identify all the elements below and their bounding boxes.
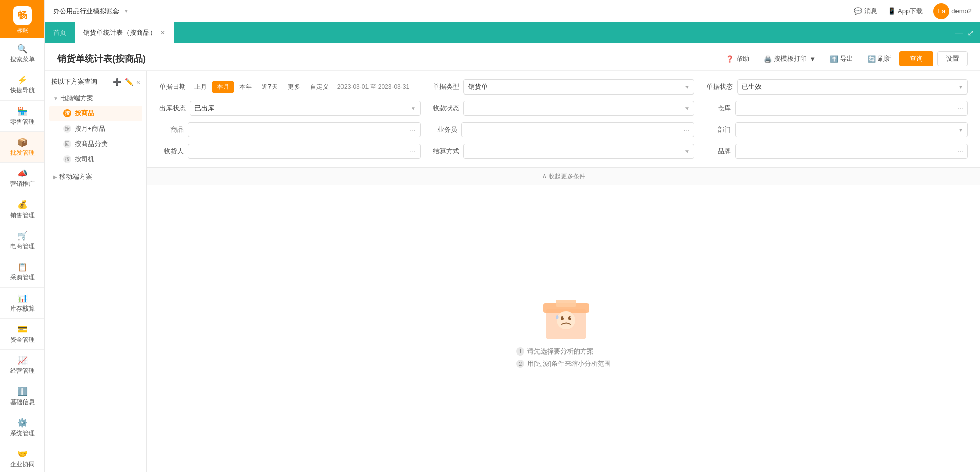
doc-type-control[interactable]: 销货单 ▼ (463, 79, 694, 95)
tip-num-2: 2 (516, 360, 524, 368)
collapse-row[interactable]: ∧ 收起更多条件 (147, 168, 980, 185)
filter-row-1: 单据日期 上月 本月 本年 近7天 更多 自定义 2023-03-01 至 20… (159, 79, 968, 95)
date-tab-last-month[interactable]: 上月 (190, 81, 211, 93)
sidebar-item-quicknav[interactable]: ⚡ 快捷导航 (0, 69, 44, 101)
filter-item-warehouse: 仓库 ··· (706, 101, 968, 116)
tree-parent-desktop[interactable]: ▼ 电脑端方案 (49, 90, 142, 106)
sidebar-item-finance[interactable]: 💳 资金管理 (0, 319, 44, 350)
sidebar-item-operation[interactable]: 📈 经营管理 (0, 350, 44, 381)
svg-rect-2 (556, 300, 576, 307)
doc-type-value: 销货单 (468, 82, 682, 91)
sidebar-item-label: 搜索菜单 (10, 55, 35, 64)
salesperson-dots-icon: ··· (683, 126, 690, 134)
receiver-dots-icon: ··· (410, 147, 416, 155)
out-status-control[interactable]: 已出库 ▼ (190, 101, 421, 116)
app-download-button[interactable]: 📱 App下载 (888, 7, 923, 16)
tree-child-label-3: 按商品分类 (75, 139, 108, 149)
settlement-control[interactable]: ▼ (463, 144, 694, 159)
page-content-row: 按以下方案查询 ➕ ✏️ « ▼ 电脑端方案 按 按商品 (45, 71, 980, 472)
add-scheme-icon[interactable]: ➕ (113, 78, 121, 86)
left-panel: 按以下方案查询 ➕ ✏️ « ▼ 电脑端方案 按 按商品 (45, 71, 147, 472)
help-icon: ❓ (726, 55, 734, 63)
collapse-scheme-icon[interactable]: « (136, 78, 140, 86)
logo-text: 标账 (17, 27, 28, 34)
empty-state: 1 请先选择要分析的方案 2 用[过滤]条件来缩小分析范围 (147, 185, 980, 472)
tree-child-icon-3: 回 (63, 140, 71, 148)
app-logo[interactable]: 畅 标账 (0, 0, 45, 38)
doc-type-dropdown-icon: ▼ (684, 84, 690, 90)
sidebar-item-basic[interactable]: ℹ️ 基础信息 (0, 381, 44, 412)
topbar-left: 办公用品行业模拟账套 ▼ (53, 7, 129, 16)
marketing-icon: 📣 (17, 168, 28, 178)
query-button[interactable]: 查询 (899, 51, 933, 66)
doc-status-control[interactable]: 已生效 ▼ (737, 79, 968, 95)
sidebar-item-sales[interactable]: 💰 销售管理 (0, 194, 44, 225)
tree-child-by-product[interactable]: 按 按商品 (49, 106, 142, 121)
search-icon: 🔍 (17, 43, 28, 54)
svg-point-8 (570, 317, 571, 318)
tree-child-by-category[interactable]: 回 按商品分类 (49, 136, 142, 152)
print-dropdown-icon[interactable]: ▼ (809, 55, 816, 63)
brand-control[interactable]: ··· (735, 144, 968, 159)
avatar[interactable]: Ea (933, 3, 949, 19)
sidebar-item-purchase[interactable]: 📋 采购管理 (0, 256, 44, 288)
filter-item-receiver: 收货人 ··· (159, 144, 421, 159)
topbar-dropdown-icon[interactable]: ▼ (124, 8, 129, 14)
empty-tip-2: 2 用[过滤]条件来缩小分析范围 (516, 359, 610, 368)
tree-child-icon-2: 按 (63, 125, 71, 133)
sidebar-item-retail[interactable]: 🏪 零售管理 (0, 101, 44, 132)
receiver-control[interactable]: ··· (188, 144, 421, 159)
messages-button[interactable]: 💬 消息 (854, 7, 877, 16)
tree-child-by-month-product[interactable]: 按 按月+商品 (49, 121, 142, 136)
salesperson-control[interactable]: ··· (461, 122, 694, 137)
user-menu[interactable]: Ea demo2 (933, 3, 972, 19)
tree-expand-icon: ▼ (53, 96, 58, 101)
tab-sales-stat[interactable]: 销货单统计表（按商品） ✕ (75, 22, 174, 43)
export-button[interactable]: ⬆️ 导出 (826, 52, 857, 65)
refresh-button[interactable]: 🔄 刷新 (864, 52, 895, 65)
tree-parent-mobile-label: 移动端方案 (59, 172, 92, 181)
tab-sales-stat-label: 销货单统计表（按商品） (83, 28, 156, 37)
tab-minimize-icon[interactable]: — (955, 28, 963, 37)
department-label: 部门 (706, 125, 735, 134)
filter-area: 单据日期 上月 本月 本年 近7天 更多 自定义 2023-03-01 至 20… (147, 71, 980, 168)
ecommerce-icon: 🛒 (17, 230, 28, 241)
sidebar-item-enterprise[interactable]: 🤝 企业协同 (0, 443, 44, 472)
receipt-status-control[interactable]: ▼ (463, 101, 694, 116)
date-tab-this-year[interactable]: 本年 (235, 81, 256, 93)
department-control[interactable]: ▼ (735, 122, 968, 137)
edit-scheme-icon[interactable]: ✏️ (125, 78, 133, 86)
tree-parent-label: 电脑端方案 (60, 93, 93, 103)
enterprise-icon: 🤝 (17, 449, 28, 459)
sidebar-item-system[interactable]: ⚙️ 系统管理 (0, 412, 44, 443)
tip-text-1: 请先选择要分析的方案 (527, 347, 594, 356)
tree-child-by-machine[interactable]: 按 按司机 (49, 152, 142, 167)
svg-point-7 (563, 317, 564, 318)
warehouse-label: 仓库 (706, 104, 735, 113)
tab-maximize-icon[interactable]: ⤢ (967, 28, 974, 38)
tab-close-icon[interactable]: ✕ (160, 29, 165, 36)
date-tab-this-month[interactable]: 本月 (212, 81, 234, 93)
refresh-icon: 🔄 (868, 55, 876, 63)
print-button[interactable]: 🖨️ 按模板打印 ▼ (760, 52, 820, 65)
tree-child-label-2: 按月+商品 (75, 124, 105, 133)
filter-item-product: 商品 ··· (159, 122, 421, 137)
tree-parent-mobile[interactable]: ▶ 移动端方案 (49, 169, 142, 184)
date-tab-last-7-days[interactable]: 近7天 (257, 81, 282, 93)
product-control[interactable]: ··· (188, 122, 421, 137)
settings-button[interactable]: 设置 (937, 51, 968, 66)
warehouse-control[interactable]: ··· (735, 101, 968, 116)
date-tab-custom[interactable]: 自定义 (306, 81, 333, 93)
sidebar-item-inventory[interactable]: 📊 库存核算 (0, 288, 44, 319)
department-dropdown-icon: ▼ (958, 127, 963, 133)
help-button[interactable]: ❓ 帮助 (722, 52, 753, 65)
main-area: 办公用品行业模拟账套 ▼ 💬 消息 📱 App下载 Ea demo2 首页 (45, 0, 980, 472)
date-tab-more[interactable]: 更多 (283, 81, 305, 93)
filter-item-salesperson: 业务员 ··· (433, 122, 694, 137)
sidebar-item-marketing[interactable]: 📣 营销推广 (0, 163, 44, 194)
sidebar-item-wholesale[interactable]: 📦 批发管理 (0, 132, 44, 163)
tab-home[interactable]: 首页 (45, 22, 75, 43)
sidebar-item-search[interactable]: 🔍 搜索菜单 (0, 38, 44, 69)
sidebar-item-ecommerce[interactable]: 🛒 电商管理 (0, 225, 44, 256)
sales-icon: 💰 (17, 199, 28, 209)
